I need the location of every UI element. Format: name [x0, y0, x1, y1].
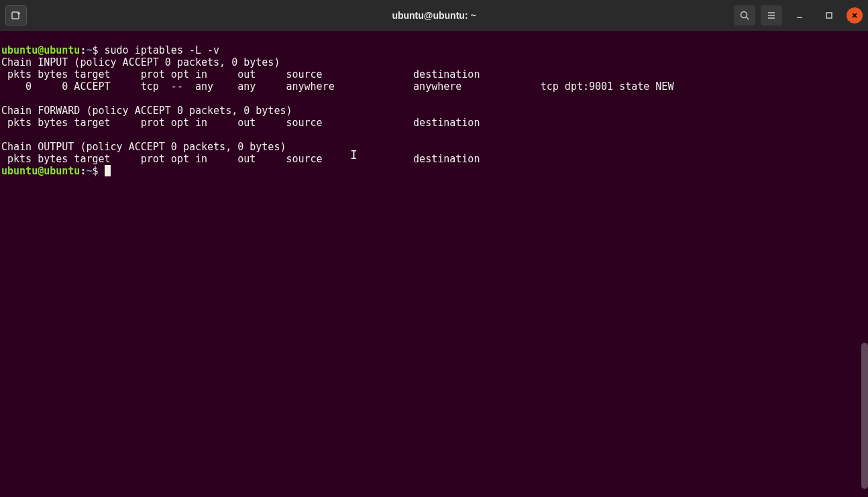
- minimize-icon: [796, 11, 804, 19]
- menu-button[interactable]: [761, 5, 782, 25]
- output-line: pkts bytes target prot opt in out source…: [1, 68, 480, 80]
- svg-rect-9: [826, 13, 832, 18]
- maximize-icon: [825, 11, 833, 19]
- output-line: pkts bytes target prot opt in out source…: [1, 153, 480, 165]
- output-line: pkts bytes target prot opt in out source…: [1, 117, 480, 129]
- prompt-user-host: ubuntu@ubuntu: [1, 165, 80, 177]
- output-line: Chain INPUT (policy ACCEPT 0 packets, 0 …: [1, 56, 280, 68]
- terminal-output-area[interactable]: ubuntu@ubuntu:~$ sudo iptables -L -v Cha…: [0, 31, 868, 497]
- maximize-button[interactable]: [821, 7, 837, 23]
- scrollbar-track[interactable]: [861, 31, 868, 497]
- prompt-user-host: ubuntu@ubuntu: [1, 44, 80, 56]
- hamburger-icon: [766, 10, 777, 21]
- output-line: 0 0 ACCEPT tcp -- any any anywhere anywh…: [1, 80, 673, 93]
- new-tab-icon: [11, 10, 21, 21]
- search-button[interactable]: [734, 5, 755, 25]
- minimize-button[interactable]: [792, 7, 808, 23]
- scrollbar-thumb[interactable]: [861, 343, 868, 489]
- output-line: Chain OUTPUT (policy ACCEPT 0 packets, 0…: [1, 141, 286, 153]
- svg-point-3: [741, 12, 747, 18]
- prompt-dollar: $: [92, 44, 104, 56]
- command-text: sudo iptables -L -v: [105, 44, 220, 56]
- titlebar: ubuntu@ubuntu: ~: [0, 0, 868, 31]
- titlebar-right-controls: [734, 5, 863, 25]
- close-button[interactable]: [847, 7, 863, 23]
- cursor-block: [105, 165, 111, 176]
- new-tab-button[interactable]: [5, 5, 27, 25]
- svg-line-4: [747, 17, 749, 20]
- window-title: ubuntu@ubuntu: ~: [392, 10, 476, 21]
- output-line: Chain FORWARD (policy ACCEPT 0 packets, …: [1, 105, 292, 117]
- prompt-dollar: $: [92, 165, 104, 177]
- close-icon: [851, 12, 858, 19]
- search-icon: [739, 10, 750, 21]
